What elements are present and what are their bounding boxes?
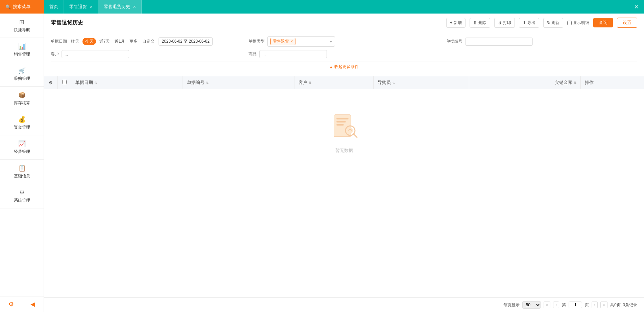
add-button[interactable]: + 新增 [446,18,465,28]
date-range-input[interactable]: 2023-06-02 至 2023-06-02 [159,37,213,46]
header-actions: + 新增 🗑 删除 🖨 打印 ⬆ 导出 ↻ 刷新 显示明细 查询 设置 [446,18,637,28]
th-customer: 客户 ⇅ [294,76,374,89]
sidebar-item-finance[interactable]: 💰 资金管理 [0,111,44,135]
sidebar-item-label-purchase: 采购管理 [14,76,30,82]
sales-icon: 📊 [18,43,26,50]
filter-row-1: 单据日期 昨天 今天 近7天 近1月 更多 自定义 2023-06-02 至 2… [51,36,637,47]
doc-type-select[interactable]: 零售退货 ✕ ▾ [267,36,335,47]
date-opt-1month[interactable]: 近1月 [113,38,126,45]
data-table: ⚙ 单据日期 ⇅ [44,76,644,174]
filter-area: 单据日期 昨天 今天 近7天 近1月 更多 自定义 2023-06-02 至 2… [44,32,644,76]
search-icon: 🔍 [5,4,11,9]
per-page-select[interactable]: 20 50 100 [522,301,541,309]
print-button[interactable]: 🖨 打印 [494,18,515,28]
sidebar-item-operations[interactable]: 📈 经营管理 [0,135,44,160]
tab-retail-return-close[interactable]: ✕ [90,5,93,9]
date-opt-yesterday[interactable]: 昨天 [70,38,80,45]
last-page-button[interactable]: » [600,302,607,308]
date-opt-today[interactable]: 今天 [82,38,96,45]
prev-page-button[interactable]: ‹ [553,302,559,308]
th-guide-sort-icon[interactable]: ⇅ [392,81,395,85]
th-checkbox[interactable] [57,76,71,89]
table-container: ⚙ 单据日期 ⇅ [44,76,644,312]
th-amount-sort-icon[interactable]: ⇅ [574,81,576,85]
svg-line-5 [354,134,357,137]
sidebar-item-quick-nav[interactable]: ⊞ 快捷导航 [0,14,44,38]
query-button[interactable]: 查询 [593,18,613,27]
sidebar-item-basic-info[interactable]: 📋 基础信息 [0,160,44,184]
next-page-button[interactable]: › [592,302,598,308]
doc-type-tag-remove[interactable]: ✕ [290,40,293,43]
goods-input[interactable] [259,50,327,58]
total-info: 共0页, 0条记录 [610,302,637,308]
table-wrapper: ⚙ 单据日期 ⇅ [44,76,644,297]
customer-label: 客户 [51,51,59,57]
sidebar-item-inventory[interactable]: 📦 库存核算 [0,87,44,111]
show-detail-checkbox-label[interactable]: 显示明细 [567,20,589,26]
sidebar-item-purchase[interactable]: 🛒 采购管理 [0,62,44,87]
th-doc-date-label: 单据日期 [75,80,93,86]
sidebar-collapse-button[interactable]: ◀ [30,300,35,308]
tab-retail-return-history[interactable]: 零售退货历史 ✕ [98,0,142,14]
goods-filter-group: 商品 [248,50,439,58]
sidebar-item-label-finance: 资金管理 [14,125,30,130]
svg-rect-0 [334,115,351,137]
tab-retail-return-history-label: 零售退货历史 [104,4,130,10]
th-actions: 操作 [580,76,644,89]
sidebar-item-system[interactable]: ⚙ 系统管理 [0,184,44,208]
th-settings[interactable]: ⚙ [44,76,57,89]
refresh-button[interactable]: ↻ 刷新 [543,18,563,28]
date-opt-more[interactable]: 更多 [128,38,139,45]
th-doc-number: 单据编号 ⇅ [183,76,294,89]
th-customer-sort-icon[interactable]: ⇅ [309,81,311,85]
export-button[interactable]: ⬆ 导出 [519,18,539,28]
date-opt-custom[interactable]: 自定义 [141,38,156,45]
sidebar-settings-button[interactable]: ⚙ [8,300,14,308]
date-opt-7days[interactable]: 近7天 [98,38,111,45]
svg-point-6 [348,128,353,133]
empty-state-row: 暂无数据 [44,89,644,174]
svg-rect-1 [336,118,349,119]
date-range-value: 2023-06-02 至 2023-06-02 [162,39,209,44]
collapse-bar[interactable]: ▲ 收起更多条件 [51,62,637,72]
delete-button[interactable]: 🗑 删除 [470,18,490,28]
doc-type-label: 单据类型 [248,39,265,44]
doc-type-chevron-icon: ▾ [330,39,332,44]
table-body: 暂无数据 [44,89,644,174]
first-page-button[interactable]: « [544,302,551,308]
sidebar-item-label-quick-nav: 快捷导航 [14,27,30,33]
page-label: 第 [562,302,566,308]
finance-icon: 💰 [18,116,26,123]
close-window-button[interactable]: ✕ [629,4,644,10]
doc-number-label: 单据编号 [446,39,462,44]
th-guide: 导购员 ⇅ [374,76,469,89]
th-guide-label: 导购员 [378,80,391,86]
show-detail-checkbox[interactable] [567,21,572,25]
page-number-input[interactable] [569,302,582,308]
search-area[interactable]: 🔍 搜索菜单 [0,0,44,14]
main-layout: ⊞ 快捷导航 📊 销售管理 🛒 采购管理 📦 库存核算 💰 资金管理 📈 经营管… [0,14,644,312]
tab-retail-return-history-close[interactable]: ✕ [133,5,136,9]
tab-retail-return-label: 零售退货 [69,4,87,10]
basic-info-icon: 📋 [18,164,26,172]
show-detail-label: 显示明细 [573,20,589,26]
tab-retail-return[interactable]: 零售退货 ✕ [64,0,98,14]
date-filter-label: 单据日期 [51,39,67,44]
sidebar-item-sales[interactable]: 📊 销售管理 [0,38,44,62]
th-doc-number-sort-icon[interactable]: ⇅ [206,81,209,85]
settings-button[interactable]: 设置 [617,18,637,28]
per-page-label: 每页显示 [503,302,520,308]
th-amount: 实销金额 ⇅ [469,76,580,89]
empty-state: 暂无数据 [44,89,644,174]
th-doc-date: 单据日期 ⇅ [71,76,183,89]
doc-type-tag: 零售退货 ✕ [270,38,295,45]
goods-label: 商品 [248,51,257,57]
select-all-checkbox[interactable] [62,80,67,84]
tab-home[interactable]: 首页 [44,0,64,14]
sidebar: ⊞ 快捷导航 📊 销售管理 🛒 采购管理 📦 库存核算 💰 资金管理 📈 经营管… [0,14,44,312]
doc-number-input[interactable] [465,38,533,46]
customer-input[interactable] [62,50,129,58]
doc-type-filter-group: 单据类型 零售退货 ✕ ▾ [248,36,439,47]
th-doc-date-sort-icon[interactable]: ⇅ [94,81,97,85]
quick-nav-icon: ⊞ [19,18,24,26]
